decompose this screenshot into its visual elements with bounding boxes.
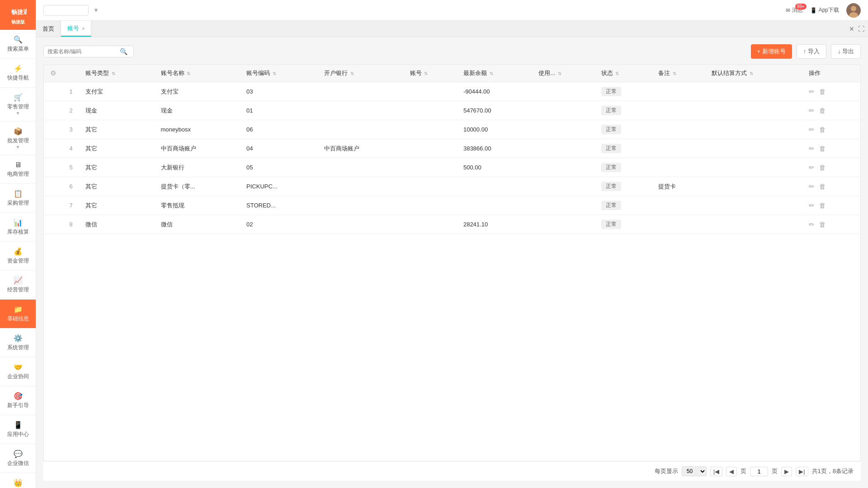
col-code[interactable]: 账号编码 ⇅: [241, 65, 319, 82]
row-settings: [44, 120, 62, 139]
sidebar-item-appcenter[interactable]: 📱 应用中心: [0, 415, 36, 444]
col-balance[interactable]: 最新余额 ⇅: [458, 65, 533, 82]
sidebar-item-retail[interactable]: 🛒 零售管理 ▼: [0, 88, 36, 122]
sidebar-item-search[interactable]: 🔍 搜索菜单: [0, 30, 36, 59]
col-usage[interactable]: 使用... ⇅: [533, 65, 595, 82]
edit-icon[interactable]: ✏: [809, 183, 815, 190]
sidebar-item-finance[interactable]: 💰 资金管理: [0, 242, 36, 271]
user-avatar[interactable]: [846, 3, 861, 18]
col-bank[interactable]: 开户银行 ⇅: [319, 65, 405, 82]
sort-code-icon[interactable]: ⇅: [273, 71, 276, 76]
search-input[interactable]: [47, 48, 120, 55]
page-last-button[interactable]: ▶|: [796, 467, 808, 476]
col-type[interactable]: 账号类型 ⇅: [80, 65, 156, 82]
row-settings: [44, 196, 62, 215]
search-icon[interactable]: 🔍: [120, 48, 127, 55]
row-account: [405, 158, 458, 177]
sort-settle-icon[interactable]: ⇅: [750, 71, 753, 76]
message-button[interactable]: ✉ 消息 99+: [786, 6, 803, 14]
page-prev-button[interactable]: ◀: [726, 467, 737, 476]
edit-icon[interactable]: ✏: [809, 221, 815, 228]
sort-account-icon[interactable]: ⇅: [424, 71, 428, 76]
delete-icon[interactable]: 🗑: [819, 202, 826, 209]
sort-status-icon[interactable]: ⇅: [615, 71, 619, 76]
app-download-button[interactable]: 📱 App下载: [810, 6, 839, 14]
operation-icon: 📈: [14, 276, 23, 285]
edit-icon[interactable]: ✏: [809, 164, 815, 171]
row-action: ✏ 🗑: [803, 101, 860, 120]
col-remark[interactable]: 备注 ⇅: [653, 65, 706, 82]
new-account-button[interactable]: + 新增账号: [751, 44, 792, 59]
page-input[interactable]: [750, 467, 768, 476]
tab-close-icon[interactable]: ×: [82, 26, 85, 31]
sidebar-item-member[interactable]: 👑 畅会员: [0, 473, 36, 488]
sort-bank-icon[interactable]: ⇅: [350, 71, 354, 76]
delete-icon[interactable]: 🗑: [819, 88, 826, 95]
delete-icon[interactable]: 🗑: [819, 126, 826, 133]
row-balance: 10000.00: [458, 120, 533, 139]
delete-icon[interactable]: 🗑: [819, 145, 826, 152]
export-button[interactable]: ↓ 导出: [831, 44, 861, 59]
col-name[interactable]: 账号名称 ⇅: [156, 65, 241, 82]
row-usage: [533, 177, 595, 196]
topbar-dropdown-icon[interactable]: ▼: [93, 7, 99, 14]
tab-account[interactable]: 账号 ×: [61, 21, 91, 37]
edit-icon[interactable]: ✏: [809, 88, 815, 95]
import-button[interactable]: ↑ 导入: [797, 44, 826, 59]
sort-balance-icon[interactable]: ⇅: [490, 71, 493, 76]
edit-icon[interactable]: ✏: [809, 126, 815, 133]
sidebar-item-ecommerce[interactable]: 🖥 电商管理: [0, 155, 36, 184]
row-num: 7: [62, 196, 80, 215]
topbar-search-input[interactable]: [43, 5, 89, 16]
row-action: ✏ 🗑: [803, 139, 860, 158]
tab-home[interactable]: 首页: [36, 21, 61, 37]
sort-type-icon[interactable]: ⇅: [112, 71, 115, 76]
sort-name-icon[interactable]: ⇅: [187, 71, 190, 76]
col-status[interactable]: 状态 ⇅: [596, 65, 653, 82]
sidebar-item-purchase[interactable]: 📋 采购管理: [0, 184, 36, 213]
col-code-label: 账号编码: [246, 70, 270, 76]
row-action: ✏ 🗑: [803, 177, 860, 196]
page-size-select[interactable]: 50 100 200: [682, 466, 707, 476]
row-settings: [44, 82, 62, 101]
row-usage: [533, 82, 595, 101]
edit-icon[interactable]: ✏: [809, 107, 815, 114]
sidebar-item-basic-info[interactable]: 📁 基础信息: [0, 300, 36, 328]
sidebar-item-workwechat[interactable]: 💬 企业微信: [0, 444, 36, 473]
sidebar-item-collab[interactable]: 🤝 企业协同: [0, 357, 36, 386]
sidebar-item-inventory[interactable]: 📊 库存核算: [0, 213, 36, 242]
settings-icon[interactable]: ⚙: [50, 69, 56, 77]
sort-remark-icon[interactable]: ⇅: [673, 71, 676, 76]
row-balance: 547670.00: [458, 101, 533, 120]
row-usage: [533, 215, 595, 234]
sidebar-item-wholesale[interactable]: 📦 批发管理 ▼: [0, 122, 36, 155]
sidebar-item-label: 库存核算: [7, 228, 29, 236]
row-type: 微信: [80, 215, 156, 234]
row-name: 零售抵现: [156, 196, 241, 215]
page-first-button[interactable]: |◀: [710, 467, 722, 476]
sidebar-item-operation[interactable]: 📈 经营管理: [0, 271, 36, 300]
sort-usage-icon[interactable]: ⇅: [558, 71, 561, 76]
delete-icon[interactable]: 🗑: [819, 164, 826, 171]
delete-icon[interactable]: 🗑: [819, 183, 826, 190]
table-row: 3 其它 moneybosx 06 10000.00 正常 ✏ 🗑: [44, 120, 860, 139]
edit-icon[interactable]: ✏: [809, 202, 815, 209]
row-default-settle: [706, 139, 803, 158]
sidebar-item-quicknav[interactable]: ⚡ 快捷导航: [0, 59, 36, 88]
table-row: 7 其它 零售抵现 STORED... 正常 ✏ 🗑: [44, 196, 860, 215]
row-code: 02: [241, 215, 319, 234]
row-bank: [319, 120, 405, 139]
col-default-settle[interactable]: 默认结算方式 ⇅: [706, 65, 803, 82]
row-type: 支付宝: [80, 82, 156, 101]
tab-close-page-icon[interactable]: ✕: [849, 25, 854, 33]
page-next-button[interactable]: ▶: [781, 467, 792, 476]
sidebar-item-newguide[interactable]: 🎯 新手引导: [0, 386, 36, 415]
delete-icon[interactable]: 🗑: [819, 221, 826, 228]
tab-fullscreen-icon[interactable]: ⛶: [858, 25, 864, 33]
sidebar-item-system[interactable]: ⚙️ 系统管理: [0, 328, 36, 357]
data-table-wrap: ⚙ 账号类型 ⇅ 账号名称 ⇅ 账号编码 ⇅: [43, 64, 861, 461]
delete-icon[interactable]: 🗑: [819, 107, 826, 114]
col-account[interactable]: 账号 ⇅: [405, 65, 458, 82]
row-type: 现金: [80, 101, 156, 120]
edit-icon[interactable]: ✏: [809, 145, 815, 152]
